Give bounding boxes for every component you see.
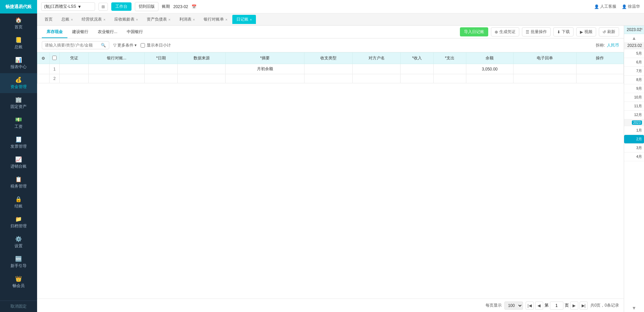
sales-icon: 📈 [15,156,22,163]
tab-bank-label: 银行对账单 [204,17,224,22]
copy-button[interactable]: ⊞ [98,3,108,11]
date-month-1[interactable]: 1月 [624,126,644,135]
th-counterparty: 对方户名 [352,53,401,64]
date-month-10[interactable]: 10月 [624,93,644,102]
sidebar-item-label: 畅会员 [12,283,25,289]
sidebar-item-finance[interactable]: 💰 资金管理 [0,73,37,93]
sub-tab-boc[interactable]: 中国银行 [122,26,148,38]
show-today-checkbox[interactable] [141,43,145,48]
last-page-button[interactable]: ▶| [580,302,588,310]
prev-page-button[interactable]: ◀ [535,302,543,310]
th-settings[interactable]: ⚙ [37,53,50,64]
unpin-button[interactable]: 取消固定 [0,301,37,312]
sub-tab-cash[interactable]: 库存现金 [42,26,67,38]
date-month-11[interactable]: 11月 [624,102,644,111]
date-month-9[interactable]: 9月 [624,84,644,93]
search-box[interactable]: 🔍 [42,41,109,49]
period-label: 账期 [162,4,170,9]
sidebar-item-closing[interactable]: 🔒 结账 [0,193,37,212]
page-number-input[interactable] [550,302,563,310]
sidebar-item-ledger[interactable]: 📒 总账 [0,33,37,53]
tab-ledger-label: 总账 [61,17,69,22]
old-version-button[interactable]: 切到旧版 [135,2,158,11]
tab-receivables[interactable]: 应收账龄表 × [110,15,142,24]
currency-value[interactable]: 人民币 [607,42,619,48]
invoice-icon: 🧾 [15,136,22,143]
date-scroll-up[interactable]: ▲ [624,34,644,42]
download-label: 下载 [562,29,570,35]
sidebar-item-label: 工资 [14,124,23,130]
calendar-icon[interactable]: 📅 [192,4,197,9]
journal-area: 库存现金 建设银行 农业银行... 中国银行 导入日记账 ⊕ 生成凭证 [37,26,624,312]
sub-tab-ccb[interactable]: 建设银行 [67,26,93,38]
more-filter-button[interactable]: ▽ 更多条件 ▾ [113,42,137,48]
topbar: (勉)江西赣宝-LSS ▼ ⊞ 工作台 切到旧版 账期 2023-02 📅 👤 … [37,0,644,13]
tab-assets-close[interactable]: × [168,18,170,22]
sidebar-item-archive[interactable]: 📁 归档管理 [0,212,37,232]
tab-ledger[interactable]: 总账 × [57,15,77,24]
tab-journal[interactable]: 日记账 × [232,15,256,24]
date-month-7[interactable]: 7月 [624,67,644,76]
tab-journal-close[interactable]: × [250,18,252,22]
sub-tab-abc[interactable]: 农业银行... [93,26,122,38]
tab-bank-reconcile[interactable]: 银行对账单 × [200,15,231,24]
chevron-down-icon: ▾ [135,43,137,48]
service-button[interactable]: 👤 人工客服 [594,4,616,9]
page-size-label: 每页显示 [486,303,502,308]
date-scroll-down[interactable]: ▼ [624,304,644,312]
row-voucher [60,74,89,83]
batch-op-button[interactable]: ☰ 批量操作 [522,27,551,36]
video-button[interactable]: ▶ 视频 [576,27,596,36]
tab-ledger-close[interactable]: × [71,18,73,22]
sidebar-item-home[interactable]: 🏠 首页 [0,13,37,33]
sidebar-item-tax[interactable]: 📋 税务管理 [0,173,37,193]
th-summary: *摘要 [226,53,304,64]
sidebar-item-vip[interactable]: 👑 畅会员 [0,272,37,292]
sidebar-item-assets[interactable]: 🏢 固定资产 [0,93,37,113]
row-checkbox: 1 [50,64,60,74]
tab-bank-close[interactable]: × [225,18,227,22]
th-payment-type: 收支类型 [304,53,353,64]
tab-assets[interactable]: 资产负债表 × [143,15,174,24]
select-all-checkbox[interactable] [52,56,57,60]
company-selector[interactable]: (勉)江西赣宝-LSS ▼ [41,2,95,11]
show-today-toggle[interactable]: 显示本日小计 [141,42,171,48]
search-input[interactable] [45,43,99,48]
tab-biz-close[interactable]: × [103,18,105,22]
date-month-8[interactable]: 8月 [624,76,644,84]
date-month-3[interactable]: 3月 [624,144,644,152]
page-label: 第 [545,303,549,308]
date-month-2-active[interactable]: 2月 [624,135,644,144]
tab-home[interactable]: 首页 [40,15,57,24]
assets-icon: 🏢 [15,96,22,103]
date-month-4[interactable]: 4月 [624,152,644,161]
download-icon: ⬇ [557,30,560,34]
date-picker-sidebar: 2023.02 × ▲ 2023.02 5月 6月 7月 8月 9月 10月 1… [624,26,644,312]
date-month-5[interactable]: 5月 [624,49,644,58]
sidebar-item-settings[interactable]: ⚙️ 设置 [0,232,37,252]
page-size-select[interactable]: 100 50 200 [504,302,523,310]
show-today-label: 显示本日小计 [147,42,171,48]
import-journal-button[interactable]: 导入日记账 [460,27,488,36]
sidebar-item-salary[interactable]: 💵 工资 [0,113,37,133]
sidebar-item-guide[interactable]: 🆕 新手引导 [0,252,37,272]
generate-voucher-button[interactable]: ⊕ 生成凭证 [491,27,519,36]
user-button[interactable]: 👤 徐温华 [622,4,640,9]
first-page-button[interactable]: |◀ [526,302,534,310]
sidebar-item-label: 总账 [14,44,23,50]
row-balance: 3,050.00 [466,64,514,74]
sidebar-item-sales[interactable]: 📈 进销台账 [0,153,37,173]
sidebar-item-reports[interactable]: 📊 报表中心 [0,53,37,73]
date-month-6[interactable]: 6月 [624,58,644,67]
date-month-12[interactable]: 12月 [624,111,644,119]
next-page-button[interactable]: ▶ [570,302,578,310]
workbench-button[interactable]: 工作台 [111,2,131,11]
tab-profit[interactable]: 利润表 × [175,15,199,24]
download-button[interactable]: ⬇ 下载 [553,27,574,36]
tab-profit-close[interactable]: × [193,18,195,22]
sidebar-item-invoice[interactable]: 🧾 发票管理 [0,133,37,153]
date-sidebar-close-button[interactable]: × [641,27,643,31]
tab-receivables-close[interactable]: × [136,18,138,22]
tab-biz-status[interactable]: 经营状况表 × [78,15,109,24]
refresh-button[interactable]: ↺ 刷新 [599,27,619,36]
